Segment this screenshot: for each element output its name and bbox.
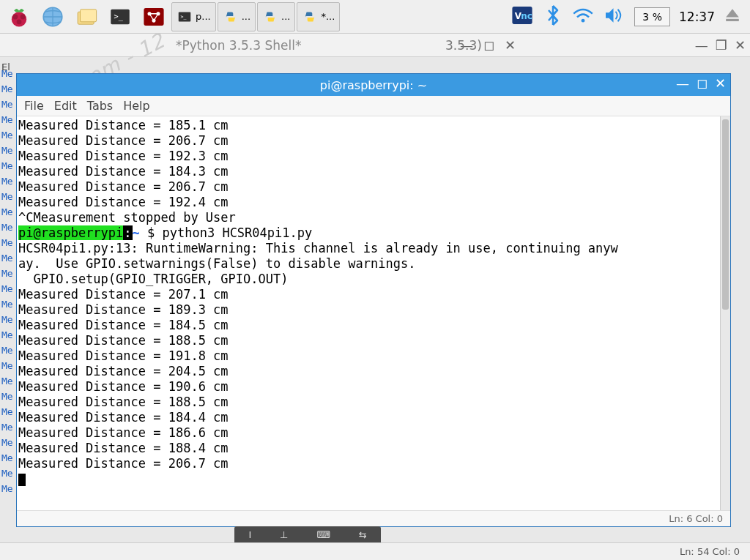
- onscreen-keyboard-bar[interactable]: I ⊥ ⌨ ⇆: [234, 526, 381, 542]
- menu-file[interactable]: File: [24, 99, 44, 113]
- vnc-icon[interactable]: Vnc: [510, 3, 535, 30]
- task-label: *...: [321, 11, 335, 22]
- terminal-statusbar: Ln: 6 Col: 0: [17, 510, 730, 526]
- outer-cursor-position: Ln: 54 Col: 0: [680, 546, 740, 557]
- scrollbar-thumb[interactable]: [722, 119, 729, 310]
- minimize-icon[interactable]: —: [676, 75, 689, 91]
- terminal-launcher-icon[interactable]: >_: [104, 2, 136, 31]
- outer-statusbar: Ln: 54 Col: 0: [0, 542, 750, 560]
- eject-icon[interactable]: [724, 7, 741, 26]
- node-red-icon[interactable]: [138, 2, 170, 31]
- file-manager-icon[interactable]: [70, 2, 103, 31]
- task-label: ...: [242, 11, 250, 22]
- cursor-position: Ln: 6 Col: 0: [669, 513, 723, 524]
- kb-icon[interactable]: ⊥: [280, 529, 288, 540]
- taskbar-task-python3[interactable]: *...: [297, 2, 340, 31]
- svg-rect-6: [81, 9, 97, 21]
- shell-title: *Python 3.5.3 Shell*: [176, 38, 301, 53]
- minimize-icon[interactable]: —: [695, 37, 708, 53]
- task-label: p...: [196, 11, 211, 22]
- terminal-output[interactable]: Measured Distance = 185.1 cm Measured Di…: [17, 116, 720, 510]
- kb-icon[interactable]: ⌨: [316, 529, 330, 540]
- menu-edit[interactable]: Edit: [54, 99, 77, 113]
- svg-text:>_: >_: [181, 14, 187, 20]
- kb-icon[interactable]: I: [248, 529, 251, 540]
- raspberry-menu-icon[interactable]: [3, 2, 35, 31]
- svg-point-2: [21, 14, 26, 19]
- taskbar-task-python1[interactable]: ...: [218, 2, 256, 31]
- bluetooth-icon[interactable]: [543, 4, 562, 29]
- close-icon[interactable]: ✕: [735, 37, 746, 53]
- restore-icon[interactable]: ❐: [716, 37, 727, 53]
- close-icon[interactable]: ✕: [505, 37, 516, 53]
- svg-point-0: [12, 12, 26, 26]
- terminal-titlebar[interactable]: pi@raspberrypi: ~ — ◻ ✕: [17, 74, 730, 96]
- taskbar-task-python2[interactable]: ...: [257, 2, 295, 31]
- menu-tabs[interactable]: Tabs: [87, 99, 113, 113]
- svg-rect-9: [144, 8, 163, 26]
- clock[interactable]: 12:37: [679, 10, 715, 24]
- maximize-icon[interactable]: ◻: [697, 75, 708, 91]
- svg-point-3: [17, 19, 22, 24]
- maximize-icon[interactable]: ◻: [483, 37, 494, 53]
- wifi-icon[interactable]: [571, 6, 595, 27]
- kb-icon[interactable]: ⇆: [359, 529, 367, 540]
- battery-indicator[interactable]: 3 %: [634, 7, 670, 26]
- terminal-menubar: File Edit Tabs Help: [17, 96, 730, 116]
- terminal-scrollbar[interactable]: [720, 116, 730, 510]
- taskbar-task-terminal[interactable]: >_ p...: [171, 2, 216, 31]
- background-line-prefixes: Me Me Me Me Me Me Me Me Me Me Me Me Me M…: [1, 66, 16, 496]
- system-tray: Vnc 3 % 12:37: [504, 3, 747, 30]
- svg-text:>_: >_: [114, 12, 124, 21]
- terminal-title-text: pi@raspberrypi: ~: [320, 78, 427, 92]
- menu-help[interactable]: Help: [123, 99, 149, 113]
- terminal-window: pi@raspberrypi: ~ — ◻ ✕ File Edit Tabs H…: [16, 73, 731, 527]
- background-version-text: 3.5.3): [445, 38, 482, 53]
- web-browser-icon[interactable]: [37, 2, 69, 31]
- svg-rect-19: [726, 19, 739, 21]
- volume-icon[interactable]: [604, 6, 625, 27]
- close-icon[interactable]: ✕: [715, 75, 726, 91]
- svg-point-1: [13, 14, 18, 19]
- svg-text:nc: nc: [521, 11, 533, 21]
- taskbar: >_ >_ p... ... ... *... Vnc 3 % 12:37: [0, 0, 750, 34]
- background-window-titlebar: *Python 3.5.3 Shell* — ◻ ✕ 3.5.3) — ❐ ✕: [0, 34, 750, 57]
- task-label: ...: [281, 11, 290, 22]
- svg-point-18: [582, 19, 585, 23]
